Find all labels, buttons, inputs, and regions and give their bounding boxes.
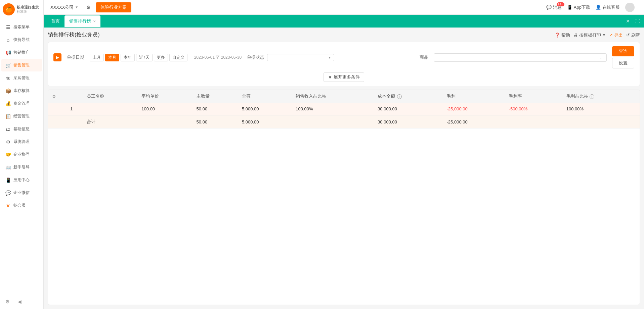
row-settings-col <box>48 103 60 115</box>
sidebar-item-apps[interactable]: 📱 应用中心 <box>1 174 42 186</box>
page-title: 销售排行榜(按业务员) <box>48 32 100 39</box>
sidebar-item-wecom[interactable]: 💬 企业微信 <box>1 187 42 199</box>
gross-pct-info-icon[interactable]: i <box>590 94 594 99</box>
company-selector[interactable]: XXXXX公司 ▼ <box>48 3 81 12</box>
row-name <box>83 103 137 115</box>
sidebar-item-sales[interactable]: 🛒 销售管理 <box>1 59 42 71</box>
tab-restore-icon[interactable]: ⛶ <box>634 17 641 25</box>
topbar: XXXXX公司 ▼ ⚙ 体验行业方案 💬 消息 99+ 📱 App下载 👤 在线… <box>44 0 644 15</box>
col-qty: 主数量 <box>192 90 238 103</box>
sidebar-item-member[interactable]: V 畅会员 <box>1 199 42 212</box>
goods-select[interactable]: ... <box>434 53 607 62</box>
export-btn[interactable]: ↗ 导出 <box>609 32 623 38</box>
sidebar-item-label: 搜索菜单 <box>13 24 30 30</box>
refresh-btn[interactable]: ↺ 刷新 <box>626 32 640 38</box>
tab-close-all-icon[interactable]: ✕ <box>625 17 631 25</box>
chevron-down-icon: ▼ <box>328 56 331 59</box>
sidebar-item-system[interactable]: ⚙ 系统管理 <box>1 136 42 148</box>
sidebar-item-label: 新手引导 <box>13 164 30 170</box>
logo-subtitle: 标准版 <box>17 9 39 14</box>
tab-home[interactable]: 首页 <box>46 15 65 27</box>
chevron-down-icon: ▼ <box>75 5 78 9</box>
date-btn-last7days[interactable]: 近7天 <box>136 54 153 61</box>
date-btn-last-month[interactable]: 上月 <box>90 54 104 61</box>
refresh-icon: ↺ <box>626 33 630 38</box>
row-gross-pct: 100.00% <box>562 103 640 115</box>
finance-icon: 💰 <box>5 101 11 106</box>
date-btn-custom[interactable]: 自定义 <box>169 54 187 61</box>
row-gross-rate: -500.00% <box>505 103 562 115</box>
sidebar-item-enterprise[interactable]: 🤝 企业协同 <box>1 148 42 161</box>
table-footer-row: 合计 50.00 5,000.00 30,000.00 -25,000.00 <box>48 115 640 128</box>
sidebar-collapse-btn[interactable]: ◀ <box>15 297 24 306</box>
sidebar-item-base[interactable]: 🗂 基础信息 <box>1 123 42 135</box>
message-button[interactable]: 💬 消息 99+ <box>546 4 562 10</box>
cost-info-icon[interactable]: i <box>397 94 402 99</box>
goods-label: 商品 <box>420 54 428 60</box>
tabbar: 首页 销售排行榜 ✕ ✕ ⛶ <box>44 15 644 28</box>
purchase-icon: 🛍 <box>5 75 11 81</box>
data-table: ⚙ 员工名称 平均单价 主数量 全额 销售收入占比% 成本全额 i 毛利 毛利率 <box>48 90 640 128</box>
logo-icon: 🍊 <box>3 3 15 15</box>
expand-conditions-btn[interactable]: ▼ 展开更多条件 <box>324 72 364 82</box>
filter-area: ▶ 单据日期 上月 本月 本年 近7天 更多 自定义 2023-06-01 至 … <box>48 42 640 86</box>
sidebar-item-inventory[interactable]: 📦 库存核算 <box>1 85 42 97</box>
col-gross-pct: 毛利占比% i <box>562 90 640 103</box>
status-select[interactable]: ▼ <box>267 54 334 61</box>
enterprise-icon: 🤝 <box>5 152 11 157</box>
sidebar-item-label: 营销推广 <box>13 50 30 55</box>
sidebar-item-label: 库存核算 <box>13 88 30 94</box>
template-print-label: 按模板打印 <box>579 32 601 38</box>
col-amount: 全额 <box>238 90 292 103</box>
sidebar-settings-btn[interactable]: ⚙ <box>3 297 12 306</box>
footer-gross: -25,000.00 <box>443 115 505 128</box>
date-range: 2023-06-01 至 2023-06-30 <box>194 55 242 60</box>
col-settings[interactable]: ⚙ <box>48 90 60 103</box>
date-btn-more[interactable]: 更多 <box>154 54 168 61</box>
tab-sales-rank[interactable]: 销售排行榜 ✕ <box>65 15 100 27</box>
sidebar-item-search[interactable]: ☰ 搜索菜单 <box>1 21 42 33</box>
chevron-down-icon: ▼ <box>328 75 332 80</box>
avatar[interactable] <box>625 3 635 12</box>
member-icon: V <box>5 203 11 208</box>
sidebar-item-label: 经营管理 <box>13 113 30 119</box>
sidebar-item-label: 畅会员 <box>13 203 26 208</box>
sidebar-item-shortcut[interactable]: ⌂ 快捷导航 <box>1 34 42 46</box>
refresh-label: 刷新 <box>631 32 640 38</box>
footer-gross-pct <box>562 115 640 128</box>
wecom-icon: 💬 <box>5 190 11 196</box>
online-service-btn[interactable]: 👤 在线客服 <box>596 4 620 10</box>
page-header: 销售排行榜(按业务员) ❓ 帮助 🖨 按模板打印 ▼ ↗ 导出 ↺ 刷新 <box>48 32 640 39</box>
sidebar-item-marketing[interactable]: 📢 营销推广 <box>1 46 42 59</box>
table-row: 1 100.00 50.00 5,000.00 100.00% 30,000.0… <box>48 103 640 115</box>
sidebar-item-purchase[interactable]: 🛍 采购管理 <box>1 72 42 84</box>
app-download-label: App下载 <box>574 4 590 10</box>
trial-button[interactable]: 体验行业方案 <box>96 2 131 12</box>
query-button[interactable]: 查询 <box>612 46 634 56</box>
row-cost: 30,000.00 <box>374 103 442 115</box>
date-btn-current-month[interactable]: 本月 <box>105 54 119 61</box>
topbar-gear-btn[interactable]: ⚙ <box>84 3 93 12</box>
tab-sales-rank-label: 销售排行榜 <box>69 18 91 24</box>
help-btn[interactable]: ❓ 帮助 <box>555 32 570 38</box>
date-buttons: 上月 本月 本年 近7天 更多 自定义 <box>90 54 187 61</box>
filter-expand-arrow[interactable]: ▶ <box>53 53 61 61</box>
sidebar-item-guide[interactable]: 📖 新手引导 <box>1 161 42 173</box>
col-gross: 毛利 <box>443 90 505 103</box>
sidebar: 🍊 畅康通好生意 标准版 ☰ 搜索菜单 ⌂ 快捷导航 📢 营销推广 🛒 销售管理… <box>0 0 44 309</box>
search-menu-icon: ☰ <box>5 24 11 30</box>
date-btn-current-year[interactable]: 本年 <box>121 54 135 61</box>
system-icon: ⚙ <box>5 139 11 145</box>
message-icon: 💬 <box>546 5 552 10</box>
chevron-down-icon: ▼ <box>602 33 606 37</box>
topbar-right: 💬 消息 99+ 📱 App下载 👤 在线客服 <box>546 3 640 12</box>
template-print-btn[interactable]: 🖨 按模板打印 ▼ <box>573 32 606 38</box>
sidebar-item-finance[interactable]: 💰 资金管理 <box>1 97 42 110</box>
sidebar-item-label: 企业微信 <box>13 190 30 196</box>
app-download-btn[interactable]: 📱 App下载 <box>567 4 590 10</box>
logo-title: 畅康通好生意 <box>17 5 39 9</box>
col-rank <box>60 90 83 103</box>
sidebar-item-operations[interactable]: 📋 经营管理 <box>1 110 42 122</box>
settings-button[interactable]: 设置 <box>612 58 634 68</box>
tab-close-icon[interactable]: ✕ <box>93 19 96 23</box>
